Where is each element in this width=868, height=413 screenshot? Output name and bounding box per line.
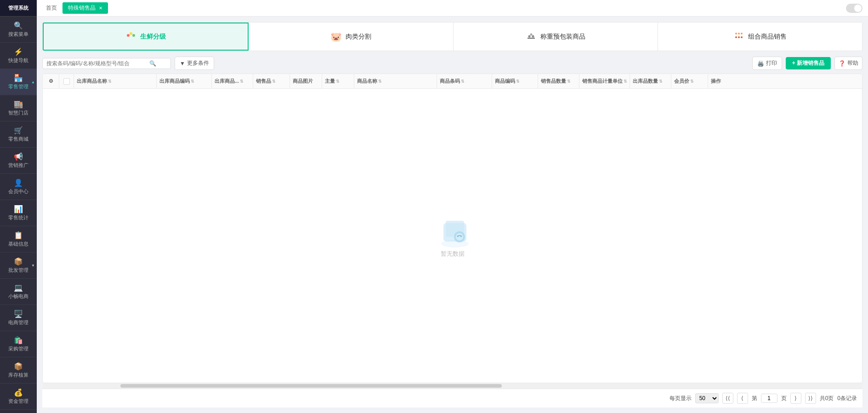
marketing-icon: 📢 xyxy=(2,152,35,161)
sort-icon[interactable]: ⇅ xyxy=(659,79,663,84)
sort-icon[interactable]: ⇅ xyxy=(108,79,112,84)
sidebar-item-marketing[interactable]: 📢 营销推广 xyxy=(0,148,37,174)
sort-icon[interactable]: ⇅ xyxy=(516,79,520,84)
search-icon: 🔍 xyxy=(149,60,156,67)
select-all-checkbox[interactable] xyxy=(63,78,70,85)
smart-store-icon: 🏬 xyxy=(2,100,35,109)
sidebar-item-members[interactable]: 👤 会员中心 xyxy=(0,174,37,200)
sidebar-item-ledger[interactable]: 📒 总账管理 xyxy=(0,410,37,413)
app-logo: 管理系统 xyxy=(0,0,37,17)
svg-point-5 xyxy=(530,34,532,36)
sidebar-item-smart-store[interactable]: 🏬 智慧门店 xyxy=(0,95,37,121)
add-label: + 新增销售品 xyxy=(792,59,824,67)
search-box[interactable]: 🔍 xyxy=(42,58,171,69)
sort-icon[interactable]: ⇅ xyxy=(567,79,571,84)
filter-button[interactable]: ▼ 更多条件 xyxy=(175,57,214,70)
sort-icon[interactable]: ⇅ xyxy=(272,79,276,84)
help-label: 帮助 xyxy=(847,59,858,67)
tab-combo-sales[interactable]: 组合商品销售 xyxy=(658,23,862,51)
sidebar-item-finance[interactable]: 💰 资金管理 xyxy=(0,384,37,410)
breadcrumb-current[interactable]: 特殊销售品 ✕ xyxy=(62,2,108,14)
combo-sales-icon xyxy=(733,30,744,43)
print-icon: 🖨️ xyxy=(757,60,764,67)
sidebar-item-retail-stats[interactable]: 📊 零售统计 xyxy=(0,200,37,226)
prev-page-button[interactable]: ⟨ xyxy=(737,393,748,404)
sort-icon[interactable]: ⇅ xyxy=(461,79,465,84)
svg-point-3 xyxy=(528,35,530,38)
tab-weight-prepack[interactable]: 称重预包装商品 xyxy=(454,23,658,51)
page-input[interactable]: 1 xyxy=(761,394,777,403)
th-product-name-label: 商品名称 xyxy=(357,78,377,85)
wholesale-icon: 📦 xyxy=(2,257,35,266)
sidebar-item-label: 基础信息 xyxy=(2,241,35,247)
svg-point-10 xyxy=(735,36,737,38)
sidebar: 管理系统 🔍 搜索菜单 ⚡ 快捷导航 🏪 零售管理 🏬 智慧门店 🛒 零售商城 … xyxy=(0,0,37,413)
sidebar-item-purchase[interactable]: 🛍️ 采购管理 xyxy=(0,331,37,357)
th-warehouse-name-label: 出库商品名称 xyxy=(77,78,107,85)
th-product-image: 商品图片 xyxy=(290,74,322,88)
svg-point-4 xyxy=(532,35,534,38)
per-page-select[interactable]: 50 10 20 100 xyxy=(695,393,719,403)
sort-icon[interactable]: ⇅ xyxy=(378,79,382,84)
sidebar-item-label: 搜索菜单 xyxy=(2,31,35,38)
th-barcode: 商品条码 ⇅ xyxy=(437,74,492,88)
search-menu-icon: 🔍 xyxy=(2,21,35,30)
next-page-button[interactable]: ⟩ xyxy=(790,393,801,404)
total-count: 0条记录 xyxy=(837,395,857,402)
th-weight: 主量 ⇅ xyxy=(322,74,354,88)
topbar-right xyxy=(846,4,862,13)
sidebar-item-ecommerce-shop[interactable]: 💻 小畅电商 xyxy=(0,279,37,305)
ecommerce-mgmt-icon: 🖥️ xyxy=(2,310,35,318)
svg-point-11 xyxy=(738,36,740,38)
th-sales-qty: 销售品数量 ⇅ xyxy=(538,74,579,88)
close-tab-icon[interactable]: ✕ xyxy=(99,6,102,11)
sort-icon[interactable]: ⇅ xyxy=(690,79,694,84)
sidebar-item-inventory[interactable]: 📦 库存核算 xyxy=(0,357,37,384)
th-sales-product-label: 销售品 xyxy=(256,78,271,85)
horizontal-scrollbar[interactable] xyxy=(42,383,862,389)
tab-weight-prepack-label: 称重预包装商品 xyxy=(540,33,585,41)
sidebar-item-retail-mall[interactable]: 🛒 零售商城 xyxy=(0,121,37,148)
table-body: 暂无数据 xyxy=(43,89,862,383)
sort-icon[interactable]: ⇅ xyxy=(240,79,244,84)
sidebar-item-wholesale[interactable]: 📦 批发管理 xyxy=(0,252,37,279)
sort-icon[interactable]: ⇅ xyxy=(624,79,627,84)
sidebar-item-basic-info[interactable]: 📋 基础信息 xyxy=(0,226,37,252)
sidebar-item-label: 零售统计 xyxy=(2,214,35,221)
tab-fresh-grade[interactable]: 生鲜分级 xyxy=(43,23,249,51)
th-product-code-label: 商品编码 xyxy=(495,78,515,85)
product-tabs: 生鲜分级 🐷 肉类分割 称重预包装商品 xyxy=(42,22,862,51)
filter-label: 更多条件 xyxy=(187,59,209,67)
tab-meat-cut[interactable]: 🐷 肉类分割 xyxy=(249,23,453,51)
fresh-grade-icon xyxy=(125,30,136,43)
th-product-name: 商品名称 ⇅ xyxy=(354,74,437,88)
toolbar: 🔍 ▼ 更多条件 🖨️ 打印 + 新增销售品 ❓ 帮助 xyxy=(42,57,862,70)
sidebar-item-ecommerce-mgmt[interactable]: 🖥️ 电商管理 xyxy=(0,305,37,331)
th-operations-label: 操作 xyxy=(711,78,721,85)
basic-info-icon: 📋 xyxy=(2,231,35,240)
th-settings[interactable]: ⚙ xyxy=(43,74,59,88)
th-checkbox[interactable] xyxy=(59,74,74,88)
th-barcode-label: 商品条码 xyxy=(440,78,460,85)
print-button[interactable]: 🖨️ 打印 xyxy=(752,57,782,70)
print-label: 打印 xyxy=(766,59,777,67)
th-warehouse-qty-label: 出库品数量 xyxy=(633,78,658,85)
sidebar-item-search-menu[interactable]: 🔍 搜索菜单 xyxy=(0,17,37,43)
first-page-button[interactable]: ⟨⟨ xyxy=(722,393,733,404)
sidebar-item-quick-nav[interactable]: ⚡ 快捷导航 xyxy=(0,43,37,69)
retail-stats-icon: 📊 xyxy=(2,205,35,213)
th-product-image-label: 商品图片 xyxy=(293,78,313,85)
th-warehouse-code-label: 出库商品编码 xyxy=(159,78,190,85)
add-product-button[interactable]: + 新增销售品 xyxy=(786,57,831,69)
breadcrumb-home[interactable]: 首页 xyxy=(42,4,61,12)
sort-icon[interactable]: ⇅ xyxy=(336,79,340,84)
sort-icon[interactable]: ⇅ xyxy=(191,79,194,84)
toggle-switch[interactable] xyxy=(846,4,862,13)
scroll-thumb[interactable] xyxy=(120,384,502,388)
sidebar-item-retail-mgmt[interactable]: 🏪 零售管理 xyxy=(0,69,37,95)
help-button[interactable]: ❓ 帮助 xyxy=(834,57,862,70)
retail-mgmt-icon: 🏪 xyxy=(2,74,35,82)
retail-mall-icon: 🛒 xyxy=(2,126,35,135)
last-page-button[interactable]: ⟩⟩ xyxy=(805,393,816,404)
search-input[interactable] xyxy=(46,60,148,67)
